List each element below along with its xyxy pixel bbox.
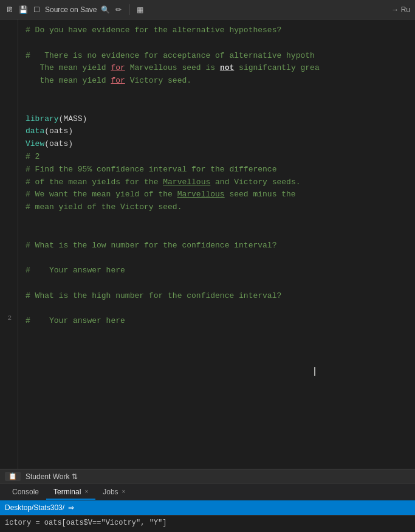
format-icon[interactable]: ▦: [135, 5, 145, 15]
toolbar: 🖹 💾 ☐ Source on Save 🔍 ✏ ▦ → Ru: [0, 0, 415, 19]
code-line-2: [26, 37, 408, 50]
code-line-17: [26, 227, 408, 240]
line-num-26: [2, 292, 15, 303]
line-num-4: [2, 57, 15, 67]
code-line-3: # There is no evidence for acceptance of…: [26, 50, 408, 63]
code-line-12: # Find the 95% confidence interval for t…: [26, 164, 408, 176]
line-num-27: [2, 302, 15, 313]
tab-jobs[interactable]: Jobs ×: [95, 485, 132, 500]
tab-terminal[interactable]: Terminal ×: [46, 485, 95, 500]
line-num-9: [2, 110, 15, 121]
line-num-23: [2, 260, 15, 271]
line-num-12: [2, 142, 15, 153]
run-label[interactable]: → Ru: [391, 5, 410, 14]
line-num-8: [2, 99, 15, 110]
tab-console[interactable]: Console: [5, 485, 46, 500]
code-line-20: # Your answer here: [26, 264, 408, 277]
line-num-7: [2, 89, 15, 100]
search-icon[interactable]: 🔍: [100, 5, 110, 15]
code-line-7: [26, 100, 408, 113]
code-line-14: # We want the mean yield of the Marvello…: [26, 188, 408, 201]
line-numbers: 2: [0, 19, 18, 469]
code-line-22: # What is the high number for the confid…: [26, 290, 408, 303]
file-icon: 🖹: [5, 5, 15, 15]
edit-icon[interactable]: ✏: [114, 5, 123, 15]
code-editor[interactable]: # Do you have evidence for the alternati…: [18, 19, 415, 469]
code-line-29: [26, 378, 408, 391]
line-num-15: [2, 174, 15, 185]
code-line-1: # Do you have evidence for the alternati…: [26, 24, 408, 37]
sort-icon[interactable]: ⇅: [72, 472, 78, 481]
terminal-line: ictory = oats[oats$V=="Vicotry", "Y"]: [0, 515, 415, 530]
code-line-26: [26, 340, 408, 353]
student-work-label[interactable]: Student Work: [26, 472, 69, 481]
status-bar: Desktop/Stats303/ ⇒: [0, 500, 415, 515]
tab-terminal-close[interactable]: ×: [84, 488, 88, 495]
line-num-3: [2, 46, 15, 57]
tab-jobs-close[interactable]: ×: [122, 488, 126, 495]
code-line-19: [26, 252, 408, 264]
code-line-18: # What is the low number for the confide…: [26, 240, 408, 252]
code-line-6: [26, 88, 408, 100]
line-num-25: [2, 281, 15, 292]
tab-console-label: Console: [12, 488, 39, 496]
code-line-15: # mean yield of the Victory seed.: [26, 201, 408, 214]
line-num-14: [2, 164, 15, 174]
line-num-21: [2, 238, 15, 249]
tab-jobs-label: Jobs: [103, 488, 118, 496]
line-num-10: [2, 120, 15, 131]
code-line-24: # Your answer here: [26, 315, 408, 328]
source-on-save-label: Source on Save: [45, 5, 97, 14]
status-path: Desktop/Stats303/: [5, 503, 64, 512]
line-num-13: [2, 153, 15, 164]
code-line-13: # of the mean yields for the Marvellous …: [26, 176, 408, 189]
tab-terminal-label: Terminal: [53, 488, 81, 496]
code-line-10: View(oats): [26, 138, 408, 151]
text-cursor: [314, 367, 315, 376]
line-num-28: 2: [2, 313, 15, 324]
line-num-11: [2, 131, 15, 142]
code-line-4: The mean yield for Marvellous seed is no…: [26, 62, 408, 75]
code-line-28: [26, 366, 408, 379]
line-num-17: [2, 196, 15, 207]
save-icon[interactable]: 💾: [18, 5, 28, 15]
line-num-6: [2, 78, 15, 89]
file-badge: 📋: [5, 472, 21, 481]
line-num-20: [2, 227, 15, 238]
checkbox-icon: ☐: [32, 5, 41, 15]
line-num-22: [2, 249, 15, 260]
code-line-8: library(MASS): [26, 113, 408, 126]
line-num-18: [2, 206, 15, 217]
code-line-25: [26, 328, 408, 340]
line-num-19: [2, 217, 15, 228]
code-line-23: [26, 303, 408, 316]
status-arrow: ⇒: [68, 503, 74, 512]
toolbar-separator: [129, 4, 129, 15]
file-tab-bar: 📋 Student Work ⇅: [0, 469, 415, 483]
editor-container: 2 # Do you have evidence for the alterna…: [0, 19, 415, 469]
code-line-21: [26, 277, 408, 290]
line-num-2: [2, 35, 15, 46]
code-line-11: # 2: [26, 151, 408, 164]
code-line-16: [26, 214, 408, 227]
code-line-9: data(oats): [26, 125, 408, 138]
code-line-5: the mean yield for Victory seed.: [26, 75, 408, 88]
tabs-bar: Console Terminal × Jobs ×: [0, 483, 415, 500]
line-num-16: [2, 185, 15, 196]
terminal-cmd: ictory = oats[oats$V=="Vicotry", "Y"]: [5, 519, 166, 527]
code-line-27: [26, 353, 408, 366]
line-num-1: [2, 24, 15, 35]
line-num-5: [2, 67, 15, 78]
line-num-29: [2, 324, 15, 335]
line-num-24: [2, 271, 15, 282]
